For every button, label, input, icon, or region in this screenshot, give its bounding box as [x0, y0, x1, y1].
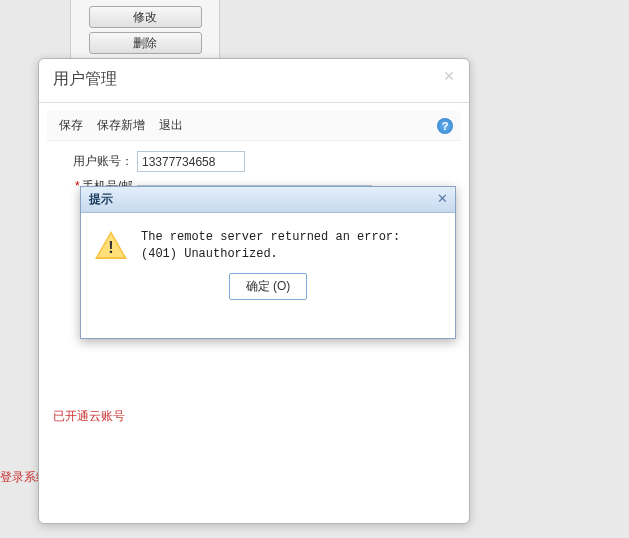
account-input[interactable] [137, 151, 245, 172]
close-icon[interactable]: × [441, 69, 457, 85]
help-icon[interactable]: ? [437, 118, 453, 134]
delete-button[interactable]: 删除 [89, 32, 202, 54]
alert-title: 提示 [89, 191, 113, 208]
account-row: 用户账号： [53, 151, 455, 172]
background-panel: 修改 删除 [70, 0, 220, 67]
toolbar: 保存 保存新增 退出 ? [47, 111, 461, 141]
save-new-button[interactable]: 保存新增 [97, 117, 145, 134]
dialog-header: 用户管理 × [39, 59, 469, 103]
alert-body: The remote server returned an error: (40… [81, 213, 455, 273]
warning-icon [95, 231, 127, 259]
account-label: 用户账号： [53, 153, 137, 170]
alert-header: 提示 ✕ [81, 187, 455, 213]
alert-close-icon[interactable]: ✕ [434, 191, 450, 207]
alert-message: The remote server returned an error: (40… [141, 229, 441, 263]
alert-footer: 确定 (O) [81, 273, 455, 308]
required-marker: * [75, 179, 80, 193]
dialog-title: 用户管理 [53, 69, 455, 90]
edit-button[interactable]: 修改 [89, 6, 202, 28]
cloud-account-link[interactable]: 已开通云账号 [53, 408, 125, 425]
ok-button[interactable]: 确定 (O) [229, 273, 308, 300]
save-button[interactable]: 保存 [59, 117, 83, 134]
alert-dialog: 提示 ✕ The remote server returned an error… [80, 186, 456, 339]
exit-button[interactable]: 退出 [159, 117, 183, 134]
